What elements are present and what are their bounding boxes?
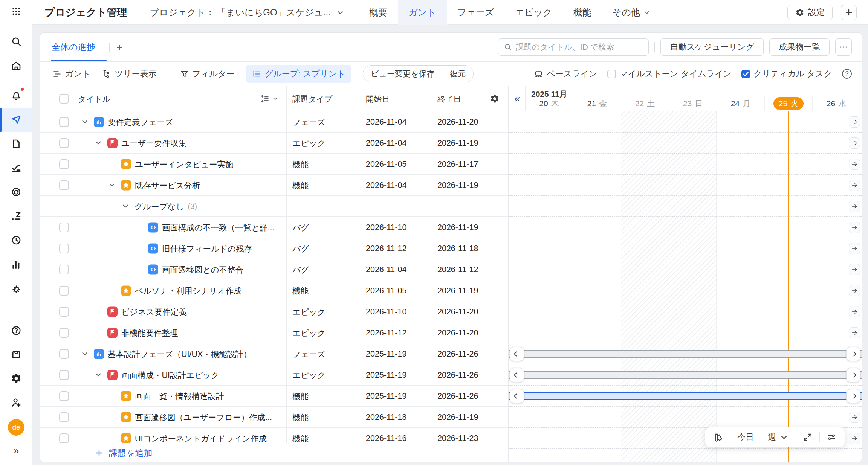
display-options-button[interactable] [820,432,837,442]
row-checkbox[interactable] [59,391,69,401]
row-checkbox[interactable] [59,265,69,274]
table-row[interactable]: 画面一覧・情報構造設計機能2025-11-192026-11-26 [40,386,508,407]
sprint-icon[interactable] [9,209,24,224]
issue-title[interactable]: ペルソナ・利用シナリオ作成 [135,280,284,301]
help-icon[interactable] [9,323,24,338]
jump-to-task-button[interactable] [849,285,860,296]
critical-task-toggle[interactable]: クリティカル タスク [741,68,832,79]
issue-title[interactable]: 基本設計フェーズ（UI/UX・機能設計） [108,343,284,364]
timeline-day[interactable]: 25火 [764,96,812,111]
main-tab[interactable]: ガント [398,0,447,25]
row-checkbox[interactable] [59,180,69,190]
bar-right-handle[interactable] [846,347,860,361]
row-checkbox[interactable] [59,349,69,359]
gantt-view-button[interactable]: ガント [52,68,91,79]
jump-to-task-button[interactable] [849,159,860,170]
issue-title[interactable]: ビジネス要件定義 [121,301,284,322]
planner-icon[interactable] [9,112,24,127]
color-legend-button[interactable] [713,432,730,442]
milestone-checkbox[interactable] [607,70,616,78]
main-tab[interactable]: その他 [602,0,661,25]
search-box[interactable] [498,38,649,56]
zoom-level-select[interactable]: 週 [761,431,796,443]
collapse-table-icon[interactable]: « [511,91,524,106]
target-icon[interactable] [9,184,24,200]
table-row[interactable]: 要件定義フェーズフェーズ2026-11-042026-11-20 [40,111,508,133]
issue-title[interactable]: ユーザーインタビュー実施 [135,154,284,175]
bar-left-handle[interactable] [510,389,524,403]
notifications-icon[interactable] [9,88,24,103]
chevron-down-icon[interactable] [94,370,103,380]
jump-to-task-button[interactable] [849,201,860,212]
issue-title[interactable]: 既存サービス分析 [135,175,284,196]
restore-view-button[interactable]: 復元 [442,66,473,82]
table-row[interactable]: 画面構成・UI設計エピックエピック2025-11-192026-11-26 [40,364,508,386]
filter-button[interactable]: フィルター [180,68,235,79]
deliverables-button[interactable]: 成果物一覧 [769,38,830,56]
bar-left-handle[interactable] [510,368,524,382]
package-icon[interactable] [9,347,24,362]
row-checkbox[interactable] [59,223,69,232]
timeline-day[interactable]: 24月 [717,96,764,111]
row-checkbox[interactable] [59,370,69,380]
table-row[interactable]: 既存サービス分析機能2026-11-042026-11-19 [40,175,508,196]
row-checkbox[interactable] [59,138,69,148]
help-icon[interactable]: ? [842,69,852,79]
apps-grid-icon[interactable] [9,4,24,19]
settings-icon[interactable] [9,371,24,386]
timeline-day[interactable]: 20木 [525,96,573,111]
user-avatar[interactable]: de [8,419,24,436]
select-all-checkbox[interactable] [59,94,69,104]
table-row[interactable]: 旧仕様フィールドの残存バグ2026-11-122026-11-18 [40,238,508,259]
add-view-button[interactable]: + [116,33,122,62]
table-row[interactable]: ペルソナ・利用シナリオ作成機能2026-11-052026-11-19 [40,280,508,301]
home-icon[interactable] [9,58,24,73]
jump-to-task-button[interactable] [849,243,860,254]
add-button[interactable] [841,5,857,20]
jump-to-task-button[interactable] [849,222,860,233]
timeline-day[interactable]: 23日 [669,96,717,111]
jump-to-task-button[interactable] [849,116,860,128]
main-tab[interactable]: 概要 [359,0,398,25]
fullscreen-button[interactable] [796,432,819,442]
column-settings-gear-icon[interactable] [490,94,500,104]
issue-title[interactable]: 画面一覧・情報構造設計 [135,386,284,407]
jump-to-task-button[interactable] [849,264,860,275]
jump-to-task-button[interactable] [849,327,860,338]
auto-schedule-button[interactable]: 自動スケジューリング [660,38,764,56]
gantt-task-bar[interactable] [509,350,862,358]
main-tab[interactable]: フェーズ [447,0,505,25]
main-tab[interactable]: 機能 [563,0,602,25]
save-view-button[interactable]: ビュー変更を保存 [363,66,442,82]
gantt-task-bar[interactable] [509,371,862,379]
row-checkbox[interactable] [59,286,69,296]
bar-right-handle[interactable] [846,389,860,403]
issue-title[interactable]: 画面遷移図との不整合 [162,259,284,280]
search-input[interactable] [516,43,643,52]
group-row[interactable]: グループなし(3) [40,196,508,217]
critical-checkbox[interactable] [741,70,750,78]
reports-icon[interactable] [9,257,24,272]
timeline-day[interactable]: 21金 [573,96,621,111]
tree-view-button[interactable]: ツリー表示 [102,68,157,79]
project-selector[interactable]: プロジェクト： 「まいにちGO」スケジュ... [150,0,344,25]
issue-title[interactable]: 要件定義フェーズ [108,111,284,133]
row-checkbox[interactable] [59,433,69,443]
gantt-task-bar[interactable] [509,392,862,400]
document-icon[interactable] [9,136,24,151]
issue-title[interactable]: 画面構成の不一致（一覧と詳... [162,217,284,238]
tests-icon[interactable] [9,281,24,296]
jump-to-task-button[interactable] [849,137,860,149]
table-row[interactable]: ユーザー要件収集エピック2026-11-042026-11-19 [40,133,508,154]
search-icon[interactable] [9,34,24,49]
issue-title[interactable]: 画面構成・UI設計エピック [121,364,284,386]
chevron-down-icon[interactable] [81,117,90,127]
row-checkbox[interactable] [59,159,69,169]
table-row[interactable]: 画面遷移図（ユーザーフロー）作成...機能2026-11-182026-11-1… [40,407,508,428]
issue-title[interactable]: 画面遷移図（ユーザーフロー）作成... [135,407,284,428]
jump-to-task-button[interactable] [849,180,860,191]
timeline-day[interactable]: 22土 [621,96,669,111]
issue-title[interactable]: 非機能要件整理 [121,322,284,343]
table-row[interactable]: 基本設計フェーズ（UI/UX・機能設計）フェーズ2025-11-192026-1… [40,343,508,364]
collapse-all-control[interactable] [260,94,278,104]
